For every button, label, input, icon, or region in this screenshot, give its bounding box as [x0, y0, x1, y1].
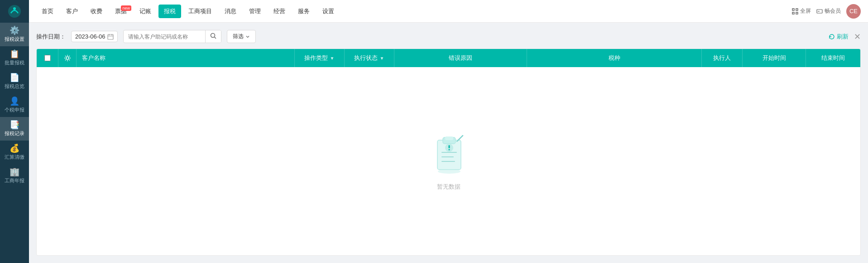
th-starttime: 开始时间 [743, 49, 806, 67]
personal-tax-icon: 👤 [10, 97, 19, 105]
search-icon [210, 33, 216, 39]
svg-line-24 [458, 136, 463, 140]
nav-items: 首页 客户 收费 票据 new 记账 报税 工商项目 消息 [36, 5, 792, 18]
toolbar: 操作日期： 2023-06-06 [36, 30, 861, 43]
invoice-badge: new [121, 5, 131, 11]
nav-settings[interactable]: 设置 [317, 5, 340, 18]
sidebar-item-label: 批量报税 [5, 59, 24, 66]
th-endtime: 结束时间 [806, 49, 860, 67]
th-customer: 客户名称 [77, 49, 295, 67]
content: 操作日期： 2023-06-06 [29, 23, 868, 263]
fullscreen-icon [792, 8, 798, 15]
sidebar-item-tax-settings[interactable]: ⚙️ 报税设置 [0, 23, 29, 46]
svg-rect-5 [796, 12, 798, 14]
svg-rect-2 [792, 9, 794, 10]
main-area: 首页 客户 收费 票据 new 记账 报税 工商项目 消息 [29, 0, 868, 263]
sidebar-item-label: 报税记录 [5, 130, 24, 137]
nav-home[interactable]: 首页 [36, 5, 59, 18]
topnav: 首页 客户 收费 票据 new 记账 报税 工商项目 消息 [29, 0, 868, 23]
search-input[interactable] [124, 31, 205, 42]
tax-settings-icon: ⚙️ [10, 26, 19, 34]
select-all-checkbox[interactable] [44, 55, 51, 61]
svg-point-12 [211, 34, 215, 38]
refresh-button[interactable]: 刷新 [829, 33, 849, 41]
nav-customer[interactable]: 客户 [61, 5, 83, 18]
table-header: 客户名称 操作类型 ▼ 执行状态 ▼ 错误原因 税种 执行人 [37, 49, 860, 67]
nav-manage[interactable]: 管理 [244, 5, 266, 18]
sidebar-item-label: 个税申报 [5, 107, 24, 113]
th-settings[interactable] [58, 49, 77, 67]
nav-business[interactable]: 工商项目 [183, 5, 217, 18]
sidebar-item-label: 工商年报 [5, 177, 24, 184]
refresh-icon [829, 34, 835, 40]
filter-button[interactable]: 筛选 [227, 30, 256, 43]
topnav-right: 全屏 畅会员 CE [792, 4, 861, 19]
sidebar-item-batch-tax[interactable]: 📋 批量报税 [0, 46, 29, 70]
refresh-label: 刷新 [837, 33, 849, 41]
fullscreen-label: 全屏 [800, 7, 811, 15]
date-input[interactable]: 2023-06-06 [71, 31, 118, 42]
sidebar: ⚙️ 报税设置 📋 批量报税 📄 报税总览 👤 个税申报 📑 报税记录 💰 汇算… [0, 0, 29, 263]
svg-rect-3 [796, 9, 798, 10]
svg-rect-4 [792, 12, 794, 14]
th-check[interactable] [37, 49, 58, 67]
svg-line-13 [214, 37, 216, 39]
sidebar-item-annual-report[interactable]: 🏢 工商年报 [0, 164, 29, 188]
empty-text: 暂无数据 [437, 183, 460, 191]
table-body: 暂无数据 [37, 67, 860, 255]
sidebar-item-label: 报税设置 [5, 36, 24, 43]
nav-billing[interactable]: 收费 [85, 5, 108, 18]
table-container: 客户名称 操作类型 ▼ 执行状态 ▼ 错误原因 税种 执行人 [36, 49, 861, 256]
nav-operation[interactable]: 经营 [268, 5, 291, 18]
sidebar-item-label: 报税总览 [5, 83, 24, 90]
fullscreen-btn[interactable]: 全屏 [792, 7, 811, 15]
search-button[interactable] [205, 30, 221, 43]
chevron-down-icon [245, 34, 250, 39]
nav-tax[interactable]: 报税 [158, 5, 181, 18]
avatar[interactable]: CE [846, 4, 861, 19]
sidebar-item-tax-records[interactable]: 📑 报税记录 [0, 117, 29, 141]
status-sort-icon: ▼ [379, 56, 384, 61]
svg-rect-17 [445, 136, 453, 140]
th-error: 错误原因 [394, 49, 528, 67]
th-taxtype: 税种 [527, 49, 702, 67]
svg-point-26 [438, 169, 460, 174]
member-icon [816, 8, 823, 15]
sidebar-logo [0, 0, 29, 23]
svg-rect-8 [108, 34, 113, 39]
sidebar-item-remit[interactable]: 💰 汇算清缴 [0, 141, 29, 164]
date-label: 操作日期： [36, 33, 66, 41]
sidebar-item-label: 汇算清缴 [5, 154, 24, 161]
optype-sort-icon: ▼ [330, 56, 334, 61]
empty-illustration [428, 132, 469, 177]
calendar-icon [107, 34, 114, 40]
th-optype[interactable]: 操作类型 ▼ [295, 49, 345, 67]
sidebar-item-tax-summary[interactable]: 📄 报税总览 [0, 70, 29, 93]
nav-bookkeeping[interactable]: 记账 [134, 5, 157, 18]
svg-point-23 [448, 149, 450, 150]
remit-icon: 💰 [10, 144, 19, 152]
th-status[interactable]: 执行状态 ▼ [345, 49, 394, 67]
nav-invoice[interactable]: 票据 new [110, 5, 132, 18]
member-btn[interactable]: 畅会员 [816, 7, 841, 15]
sidebar-item-personal-tax[interactable]: 👤 个税申报 [0, 93, 29, 117]
tax-summary-icon: 📄 [10, 73, 19, 82]
th-executor: 执行人 [702, 49, 743, 67]
svg-point-0 [8, 5, 21, 18]
tax-records-icon: 📑 [10, 121, 19, 129]
date-value: 2023-06-06 [75, 33, 106, 40]
batch-tax-icon: 📋 [10, 50, 19, 58]
settings-icon [64, 54, 71, 62]
annual-report-icon: 🏢 [10, 168, 19, 176]
nav-message[interactable]: 消息 [219, 5, 242, 18]
svg-rect-22 [448, 145, 450, 148]
search-wrap [123, 30, 221, 43]
svg-point-14 [66, 57, 69, 59]
member-label: 畅会员 [825, 7, 841, 15]
filter-label: 筛选 [233, 33, 244, 40]
close-button[interactable]: ✕ [854, 33, 861, 41]
nav-service[interactable]: 服务 [293, 5, 315, 18]
svg-point-1 [13, 7, 16, 10]
empty-state: 暂无数据 [410, 114, 487, 209]
